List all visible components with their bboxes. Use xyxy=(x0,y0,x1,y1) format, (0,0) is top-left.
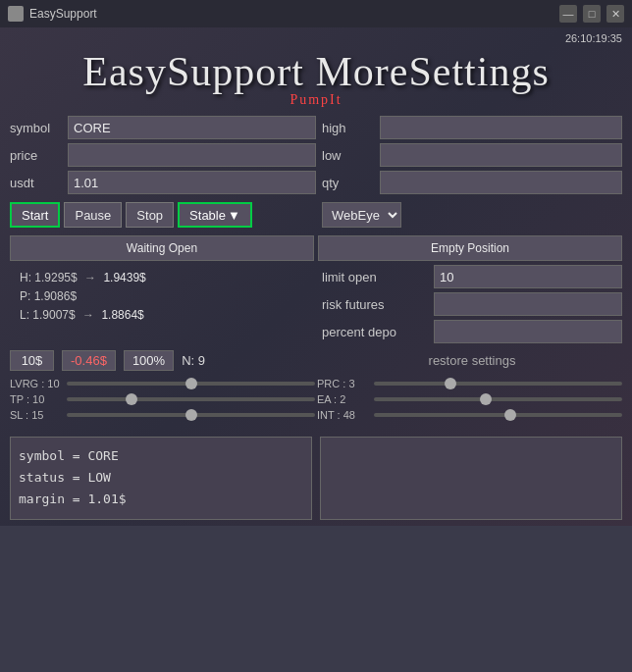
percent-depo-label: percent depo xyxy=(322,325,430,339)
right-fields: high low qty xyxy=(316,116,622,198)
int-slider-row: INT : 48 xyxy=(317,409,622,421)
header: EasySupport MoreSettings PumpIt 26:10:19… xyxy=(0,27,632,116)
lvrg-slider-row: LVRG : 10 xyxy=(10,378,315,389)
h-target: 1.9439$ xyxy=(103,271,145,284)
close-button[interactable]: ✕ xyxy=(606,5,624,23)
webeye-container: WebEye xyxy=(316,202,622,228)
usdt-input[interactable] xyxy=(68,171,316,194)
stop-button[interactable]: Stop xyxy=(126,202,174,228)
low-row: low xyxy=(322,143,622,167)
window-controls: — □ ✕ xyxy=(559,5,624,23)
limit-open-input[interactable] xyxy=(434,265,622,288)
stable-button[interactable]: Stable ▼ xyxy=(178,202,252,228)
price-input[interactable] xyxy=(68,143,316,167)
price-info: H: 1.9295$ → 1.9439$ P: 1.9086$ L: 1.900… xyxy=(10,265,316,347)
l-target: 1.8864$ xyxy=(101,308,143,322)
pause-button[interactable]: Pause xyxy=(64,202,122,228)
bottom-section: symbol = CORE status = LOW margin = 1.01… xyxy=(0,431,632,526)
percent-depo-row: percent depo xyxy=(322,320,622,343)
action-buttons-right: Empty Position xyxy=(318,235,622,261)
lvrg-slider[interactable] xyxy=(67,382,315,386)
int-slider[interactable] xyxy=(374,413,622,417)
l-label: L: 1.9007$ xyxy=(20,308,76,322)
ea-slider[interactable] xyxy=(374,397,622,401)
h-label: H: 1.9295$ xyxy=(20,271,78,284)
l-price-row: L: 1.9007$ → 1.8864$ xyxy=(20,306,306,325)
sl-label: SL : 15 xyxy=(10,409,61,421)
start-button[interactable]: Start xyxy=(10,202,60,228)
left-sliders: LVRG : 10 TP : 10 SL : 15 xyxy=(10,378,315,425)
waiting-open-button[interactable]: Waiting Open xyxy=(10,235,314,261)
tp-slider-row: TP : 10 xyxy=(10,393,315,405)
percent-stat: 100% xyxy=(124,350,174,371)
limit-open-row: limit open xyxy=(322,265,622,288)
ea-slider-row: EA : 2 xyxy=(317,393,622,405)
risk-futures-input[interactable] xyxy=(434,292,622,316)
symbol-label: symbol xyxy=(10,121,64,135)
high-input[interactable] xyxy=(380,116,622,139)
tp-label: TP : 10 xyxy=(10,393,61,405)
log-line3: margin = 1.01$ xyxy=(19,489,303,510)
log-line2: status = LOW xyxy=(19,467,303,489)
app-icon xyxy=(8,6,24,22)
symbol-row: symbol xyxy=(10,116,316,139)
h-arrow: → xyxy=(84,271,99,284)
price-row: price xyxy=(10,143,316,167)
amount-stat: 10$ xyxy=(10,350,54,371)
risk-futures-label: risk futures xyxy=(322,297,430,312)
tp-slider[interactable] xyxy=(67,397,315,401)
titlebar-left: EasySupport xyxy=(8,6,97,22)
p-price-row: P: 1.9086$ xyxy=(20,287,306,306)
price-label: price xyxy=(10,148,64,163)
usdt-row: usdt xyxy=(10,171,316,194)
low-input[interactable] xyxy=(380,143,622,167)
n-stat: N: 9 xyxy=(182,353,205,368)
prc-slider[interactable] xyxy=(374,382,622,386)
sl-slider[interactable] xyxy=(67,413,315,417)
usdt-label: usdt xyxy=(10,176,64,190)
titlebar: EasySupport — □ ✕ xyxy=(0,0,632,27)
high-label: high xyxy=(322,121,376,135)
main-window: EasySupport MoreSettings PumpIt 26:10:19… xyxy=(0,27,632,526)
prc-slider-row: PRC : 3 xyxy=(317,378,622,389)
header-subtitle: PumpIt xyxy=(290,92,342,108)
minimize-button[interactable]: — xyxy=(559,5,577,23)
lvrg-label: LVRG : 10 xyxy=(10,378,61,389)
right-settings: limit open risk futures percent depo xyxy=(316,265,622,347)
l-arrow: → xyxy=(82,308,97,322)
symbol-input[interactable] xyxy=(68,116,316,139)
webeye-select[interactable]: WebEye xyxy=(322,202,401,228)
titlebar-title: EasySupport xyxy=(29,7,97,21)
h-price-row: H: 1.9295$ → 1.9439$ xyxy=(20,269,306,287)
sliders-section: LVRG : 10 TP : 10 SL : 15 PRC : 3 EA : 2 xyxy=(0,374,632,429)
p-label: P: 1.9086$ xyxy=(20,289,77,303)
qty-input[interactable] xyxy=(380,171,622,194)
risk-futures-row: risk futures xyxy=(322,292,622,316)
header-time: 26:10:19:35 xyxy=(565,32,622,44)
right-sliders: PRC : 3 EA : 2 INT : 48 xyxy=(317,378,622,425)
percent-depo-input[interactable] xyxy=(434,320,622,343)
int-label: INT : 48 xyxy=(317,409,368,421)
low-label: low xyxy=(322,148,376,163)
ea-label: EA : 2 xyxy=(317,393,368,405)
stats-row: 10$ -0.46$ 100% N: 9 xyxy=(10,350,316,371)
log-line1: symbol = CORE xyxy=(19,445,303,467)
form-grid: symbol price usdt high low qt xyxy=(0,116,632,198)
right-text-area xyxy=(320,437,622,520)
restore-button[interactable]: restore settings xyxy=(322,351,622,370)
sl-slider-row: SL : 15 xyxy=(10,409,315,421)
prc-label: PRC : 3 xyxy=(317,378,368,389)
high-row: high xyxy=(322,116,622,139)
limit-open-label: limit open xyxy=(322,270,430,284)
maximize-button[interactable]: □ xyxy=(583,5,601,23)
restore-container: restore settings xyxy=(316,351,622,370)
log-text-area: symbol = CORE status = LOW margin = 1.01… xyxy=(10,437,312,520)
left-fields: symbol price usdt xyxy=(10,116,316,198)
qty-label: qty xyxy=(322,176,376,190)
logo-text: EasySupport MoreSettings xyxy=(82,49,549,94)
action-buttons-left: Waiting Open xyxy=(10,235,314,261)
qty-row: qty xyxy=(322,171,622,194)
app-logo: EasySupport MoreSettings xyxy=(82,48,549,95)
pnl-stat: -0.46$ xyxy=(62,350,116,371)
empty-position-button[interactable]: Empty Position xyxy=(318,235,622,261)
